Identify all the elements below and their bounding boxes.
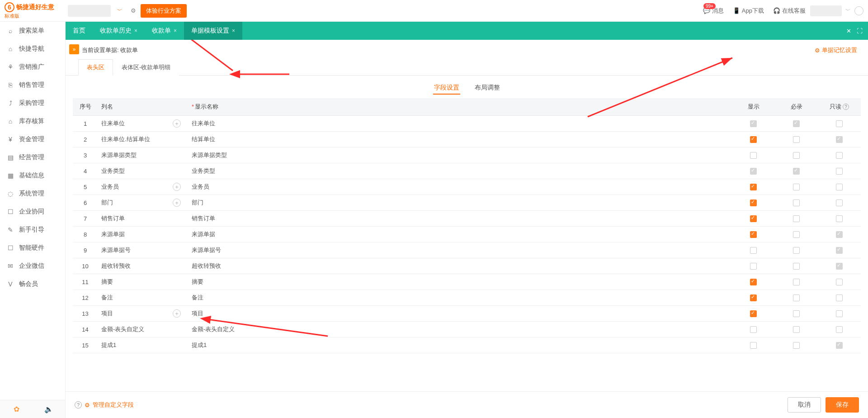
sound-icon[interactable]: 🔈 (33, 400, 65, 418)
online-service-link[interactable]: 🎧 在线客服 (773, 7, 806, 15)
cell-display-name[interactable]: 备注 (188, 290, 732, 306)
section-tab[interactable]: 表头区 (78, 59, 113, 76)
sidebar-item[interactable]: ⌂库存核算 (0, 112, 65, 130)
cell-display-name[interactable]: 业务员 (188, 179, 732, 195)
mid-tab[interactable]: 布局调整 (474, 82, 501, 95)
cell-display-name[interactable]: 项目 (188, 306, 732, 322)
chevron-down-icon[interactable]: ﹀ (117, 7, 123, 14)
checkbox[interactable] (750, 200, 757, 206)
checkbox[interactable] (793, 310, 800, 317)
page-tab[interactable]: 收款单历史× (93, 22, 145, 40)
checkbox[interactable] (793, 342, 800, 349)
fields-table-wrap[interactable]: 序号 列名 *显示名称 显示 必录 只读? 1往来单位＋往来单位2往来单位.结算… (66, 98, 868, 391)
app-download-link[interactable]: 📱 App下载 (733, 7, 764, 15)
sidebar-item[interactable]: V畅会员 (0, 275, 65, 293)
sidebar-item[interactable]: ⎘销售管理 (0, 76, 65, 94)
avatar[interactable] (854, 6, 863, 15)
mid-tab[interactable]: 字段设置 (433, 82, 460, 95)
checkbox[interactable] (793, 263, 800, 270)
page-tab[interactable]: 首页 (66, 22, 93, 40)
close-all-icon[interactable]: ✕ (846, 28, 851, 34)
sidebar-item[interactable]: ⌂快捷导航 (0, 40, 65, 58)
checkbox[interactable] (836, 120, 843, 127)
checkbox[interactable] (750, 247, 757, 254)
checkbox[interactable] (750, 326, 757, 333)
checkbox[interactable] (836, 184, 843, 190)
checkbox[interactable] (836, 152, 843, 159)
checkbox[interactable] (750, 152, 757, 159)
save-button[interactable]: 保存 (826, 397, 859, 413)
checkbox[interactable] (793, 215, 800, 222)
page-tab[interactable]: 单据模板设置× (184, 22, 242, 40)
checkbox[interactable] (793, 184, 800, 190)
add-icon[interactable]: ＋ (173, 183, 181, 191)
close-icon[interactable]: × (232, 28, 235, 34)
cell-display-name[interactable]: 摘要 (188, 274, 732, 290)
fullscreen-icon[interactable]: ⛶ (857, 28, 863, 34)
sidebar-item[interactable]: ▦基础信息 (0, 166, 65, 185)
checkbox[interactable] (836, 310, 843, 317)
checkbox[interactable] (793, 231, 800, 238)
org-name[interactable] (68, 5, 111, 17)
cell-display-name[interactable]: 部门 (188, 195, 732, 211)
sidebar-item[interactable]: ✎新手引导 (0, 221, 65, 239)
cell-display-name[interactable]: 结算单位 (188, 132, 732, 147)
sidebar-item[interactable]: ◌系统管理 (0, 185, 65, 203)
checkbox[interactable] (750, 184, 757, 190)
close-icon[interactable]: × (134, 28, 137, 34)
sidebar-item[interactable]: ✉企业微信 (0, 257, 65, 275)
experience-plan-button[interactable]: 体验行业方案 (141, 4, 187, 18)
sidebar-item[interactable]: ⌕搜索菜单 (0, 22, 65, 40)
cell-display-name[interactable]: 超收转预收 (188, 258, 732, 274)
checkbox[interactable] (793, 136, 800, 143)
checkbox[interactable] (750, 263, 757, 270)
checkbox[interactable] (836, 294, 843, 301)
cell-display-name[interactable]: 销售订单 (188, 211, 732, 227)
cancel-button[interactable]: 取消 (788, 397, 821, 413)
section-tab[interactable]: 表体区-收款单明细 (113, 59, 179, 76)
checkbox[interactable] (836, 168, 843, 175)
messages-link[interactable]: 💬 消息 99+ (703, 7, 724, 15)
add-icon[interactable]: ＋ (173, 309, 181, 318)
cell-display-name[interactable]: 来源单据 (188, 227, 732, 242)
add-icon[interactable]: ＋ (173, 119, 181, 128)
add-icon[interactable]: ＋ (173, 199, 181, 207)
checkbox[interactable] (750, 342, 757, 349)
cell-display-name[interactable]: 往来单位 (188, 116, 732, 132)
sidebar-item[interactable]: ⚘营销推广 (0, 58, 65, 76)
manage-custom-fields-link[interactable]: ? ⚙ 管理自定义字段 (75, 401, 134, 409)
checkbox[interactable] (793, 152, 800, 159)
checkbox[interactable] (793, 279, 800, 285)
cell-display-name[interactable]: 来源单据号 (188, 242, 732, 258)
user-dropdown-icon[interactable]: ﹀ (845, 7, 851, 14)
collapse-toggle-button[interactable]: » (69, 44, 79, 54)
checkbox[interactable] (750, 215, 757, 222)
checkbox[interactable] (750, 136, 757, 143)
checkbox[interactable] (793, 200, 800, 206)
close-icon[interactable]: × (174, 28, 177, 34)
checkbox[interactable] (836, 200, 843, 206)
checkbox[interactable] (836, 279, 843, 285)
checkbox[interactable] (750, 294, 757, 301)
sidebar-item[interactable]: ☐企业协同 (0, 203, 65, 221)
checkbox[interactable] (793, 294, 800, 301)
page-tab[interactable]: 收款单× (145, 22, 184, 40)
user-name[interactable] (810, 5, 842, 16)
cell-display-name[interactable]: 来源单据类型 (188, 147, 732, 163)
checkbox[interactable] (750, 279, 757, 285)
settings-icon[interactable]: ✿ (0, 400, 33, 418)
sidebar-item[interactable]: ▤经营管理 (0, 148, 65, 166)
cell-display-name[interactable]: 金额-表头自定义 (188, 322, 732, 337)
memory-settings-link[interactable]: ⚙ 单据记忆设置 (815, 46, 857, 54)
sidebar-item[interactable]: ¥资金管理 (0, 130, 65, 148)
checkbox[interactable] (750, 231, 757, 238)
checkbox[interactable] (793, 326, 800, 333)
checkbox[interactable] (750, 310, 757, 317)
checkbox[interactable] (793, 247, 800, 254)
sidebar-item[interactable]: ⤴采购管理 (0, 94, 65, 112)
gear-icon[interactable]: ⚙ (131, 7, 136, 14)
cell-display-name[interactable]: 业务类型 (188, 163, 732, 179)
cell-display-name[interactable]: 提成1 (188, 337, 732, 353)
checkbox[interactable] (836, 326, 843, 333)
sidebar-item[interactable]: ☐智能硬件 (0, 239, 65, 257)
